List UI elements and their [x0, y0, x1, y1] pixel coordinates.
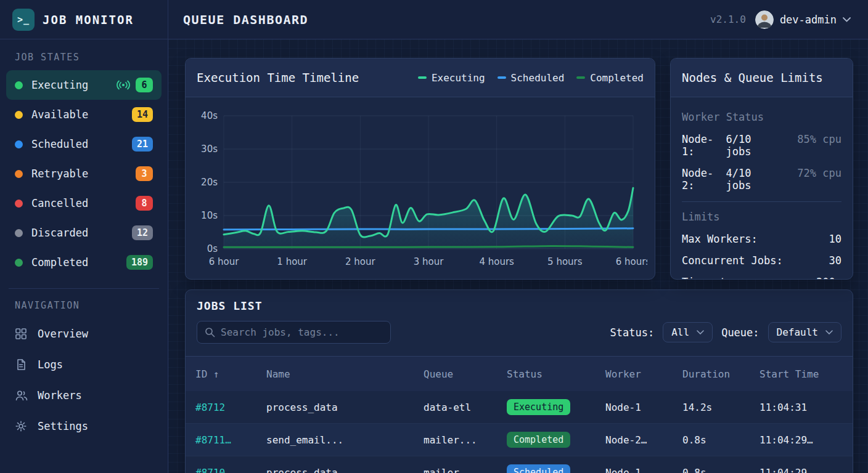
state-count-badge: 8	[136, 196, 153, 211]
nav-item-settings[interactable]: Settings	[6, 411, 162, 442]
state-color-dot	[15, 200, 23, 208]
job-name: process_data	[266, 402, 424, 413]
legend-label: Scheduled	[511, 72, 565, 84]
job-id: #8711…	[195, 434, 266, 446]
timeline-card: Execution Time Timeline ExecutingSchedul…	[185, 58, 655, 280]
column-header-id[interactable]: ID ↑	[195, 368, 266, 380]
node-jobs: 6/10 jobs	[726, 133, 782, 158]
svg-text:2 hour: 2 hour	[345, 256, 376, 267]
job-queue: data-etl	[424, 402, 507, 413]
jobs-search-box[interactable]	[197, 321, 391, 344]
nodes-limits-card: Nodes & Queue Limits Worker Status Node-…	[670, 58, 853, 280]
sidebar-state-executing[interactable]: Executing6	[6, 70, 162, 100]
node-name: Node-1:	[682, 133, 726, 158]
gear-icon	[15, 420, 28, 432]
svg-text:3 hour: 3 hour	[414, 256, 444, 267]
nav-item-logs[interactable]: Logs	[6, 349, 162, 380]
legend-item-executing[interactable]: Executing	[418, 72, 485, 84]
svg-text:10s: 10s	[201, 210, 218, 221]
page-title: QUEUE DASHBOARD	[183, 12, 308, 27]
search-icon	[205, 327, 215, 338]
legend-label: Completed	[590, 72, 644, 84]
username-label: dev-admin	[780, 14, 837, 26]
limit-label: Max Workers:	[682, 233, 758, 245]
grid-icon	[15, 328, 28, 340]
svg-text:0s: 0s	[207, 243, 218, 254]
sidebar: JOB STATES Executing6Available14Schedule…	[0, 39, 168, 473]
queue-filter-value: Default	[777, 326, 818, 338]
job-queue: mailer	[424, 467, 507, 473]
jobs-search-input[interactable]	[221, 326, 383, 338]
timeline-title: Execution Time Timeline	[197, 71, 359, 84]
state-count-badge: 21	[132, 137, 153, 152]
limit-row: Concurrent Jobs:30	[682, 254, 841, 267]
main-content: Execution Time Timeline ExecutingSchedul…	[168, 39, 868, 473]
state-color-dot	[15, 259, 23, 267]
jobs-table-header: ID ↑NameQueueStatusWorkerDurationStart T…	[186, 356, 853, 391]
legend-swatch	[576, 76, 585, 79]
limits-heading: Limits	[682, 211, 841, 223]
sidebar-state-retryable[interactable]: Retryable3	[6, 159, 162, 188]
limit-label: Concurrent Jobs:	[682, 254, 783, 267]
job-worker: Node-1	[605, 402, 682, 413]
users-icon	[15, 389, 28, 402]
user-menu[interactable]: dev-admin	[755, 10, 851, 29]
chart-legend: ExecutingScheduledCompleted	[418, 72, 644, 84]
top-bar: >_ JOB MONITOR QUEUE DASHBOARD v2.1.0 de…	[0, 0, 868, 39]
chevron-down-icon	[825, 330, 833, 334]
live-activity-icon	[117, 80, 130, 90]
sidebar-state-scheduled[interactable]: Scheduled21	[6, 129, 162, 159]
job-start-time: 11:04:29	[760, 467, 853, 473]
node-name: Node-2:	[682, 167, 726, 192]
nav-label: Logs	[38, 358, 63, 371]
legend-swatch	[418, 76, 427, 79]
job-row-8712[interactable]: #8712process_datadata-etlExecutingNode-1…	[186, 391, 853, 424]
sidebar-state-completed[interactable]: Completed189	[6, 248, 162, 277]
state-label: Retryable	[31, 168, 88, 180]
column-header-queue[interactable]: Queue	[424, 368, 507, 380]
job-name: send_email...	[266, 434, 424, 446]
svg-text:6 hour: 6 hour	[209, 256, 240, 267]
state-label: Completed	[31, 256, 88, 269]
status-filter-value: All	[671, 326, 689, 338]
job-row-8711[interactable]: #8711…send_email...mailer...CompletedNod…	[186, 424, 853, 456]
state-count-badge: 14	[132, 107, 153, 122]
app-brand[interactable]: >_ JOB MONITOR	[0, 0, 168, 39]
job-queue: mailer...	[424, 434, 507, 446]
nav-item-workers[interactable]: Workers	[6, 380, 162, 411]
navigation-heading: NAVIGATION	[6, 300, 162, 311]
status-filter-label: Status:	[610, 326, 655, 339]
node-jobs: 4/10 jobs	[726, 167, 782, 192]
column-header-starttime[interactable]: Start Time	[760, 368, 853, 380]
sidebar-state-cancelled[interactable]: Cancelled8	[6, 188, 162, 218]
job-row-8710[interactable]: #8710process_datamailerScheduledNode-10.…	[186, 456, 853, 473]
status-filter-select[interactable]: All	[663, 322, 713, 342]
limit-row: Max Workers:10	[682, 233, 841, 245]
jobs-list-card: JOBS LIST Status: All Que	[185, 289, 853, 473]
sidebar-state-available[interactable]: Available14	[6, 100, 162, 129]
app-title: JOB MONITOR	[43, 13, 134, 26]
state-color-dot	[15, 229, 23, 237]
node-cpu: 85% cpu	[782, 133, 841, 145]
jobs-table-body: #8712process_datadata-etlExecutingNode-1…	[186, 391, 853, 473]
job-states-heading: JOB STATES	[6, 52, 162, 63]
file-icon	[15, 358, 28, 371]
node-cpu: 72% cpu	[782, 167, 841, 179]
column-header-status[interactable]: Status	[507, 368, 605, 380]
nav-item-overview[interactable]: Overview	[6, 318, 162, 349]
state-label: Available	[31, 108, 88, 121]
job-start-time: 11:04:31	[760, 402, 853, 413]
column-header-duration[interactable]: Duration	[682, 368, 760, 380]
state-count-badge: 12	[132, 225, 153, 240]
job-states-list: Executing6Available14Scheduled21Retryabl…	[6, 70, 162, 277]
legend-item-completed[interactable]: Completed	[576, 72, 644, 84]
queue-filter-select[interactable]: Default	[768, 322, 841, 342]
worker-status-list: Node-1:6/10 jobs85% cpuNode-2:4/10 jobs7…	[682, 133, 841, 192]
sidebar-state-discarded[interactable]: Discarded12	[6, 218, 162, 248]
column-header-worker[interactable]: Worker	[605, 368, 682, 380]
column-header-name[interactable]: Name	[266, 368, 424, 380]
state-label: Cancelled	[31, 197, 88, 209]
worker-status-heading: Worker Status	[682, 111, 841, 123]
job-id: #8712	[195, 402, 266, 413]
legend-item-scheduled[interactable]: Scheduled	[497, 72, 565, 84]
